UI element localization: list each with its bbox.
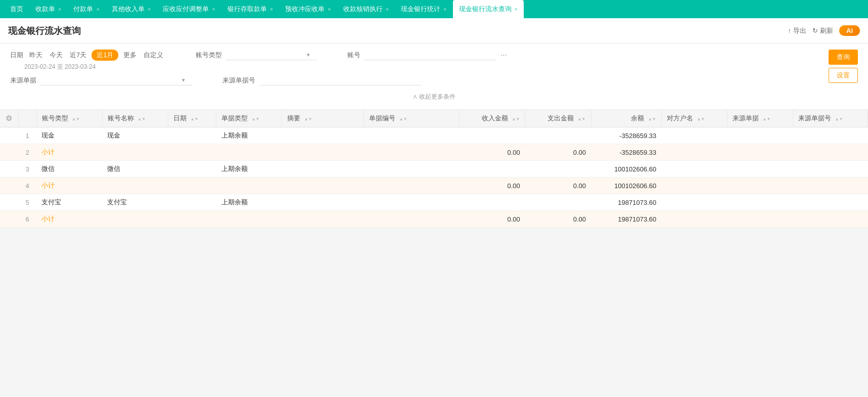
col-account-name[interactable]: 账号名称 ▲▼ <box>102 110 168 127</box>
date-btn-1month[interactable]: 近1月 <box>92 50 118 61</box>
account-filter: 账号 ··· <box>347 50 507 60</box>
row-doc-type: 上期余额 <box>216 161 282 178</box>
nav-prepay-close[interactable]: × <box>328 6 331 12</box>
nav-item-home[interactable]: 首页 <box>4 0 29 18</box>
table-row[interactable]: 6小计0.000.0019871073.60 <box>0 211 868 228</box>
row-balance: 19871073.60 <box>591 211 661 228</box>
nav-item-other-income[interactable]: 其他收入单 × <box>106 0 157 18</box>
row-doc-type <box>216 144 282 161</box>
row-income <box>460 194 525 211</box>
row-seq: 4 <box>18 178 36 194</box>
row-seq: 5 <box>18 194 36 211</box>
sort-balance-icon: ▲▼ <box>648 117 656 121</box>
table-row[interactable]: 3微信微信上期余额100102606.60 <box>0 161 868 178</box>
gear-icon[interactable]: ⚙ <box>6 114 12 122</box>
nav-other-income-label: 其他收入单 <box>112 5 145 14</box>
ai-label: Ai <box>846 27 853 34</box>
row-date <box>168 161 216 178</box>
row-counterpart <box>661 144 727 161</box>
row-counterpart <box>661 127 727 144</box>
nav-item-stats[interactable]: 现金银行统计 × <box>395 0 452 18</box>
export-button[interactable]: ↑ 导出 <box>788 26 807 35</box>
nav-item-bank-deposit[interactable]: 银行存取款单 × <box>221 0 279 18</box>
row-checkbox <box>0 161 18 178</box>
row-account-name <box>102 211 168 228</box>
nav-payment-close[interactable]: × <box>96 6 99 12</box>
row-summary <box>282 161 364 178</box>
col-counterpart[interactable]: 对方户名 ▲▼ <box>661 110 727 127</box>
col-doc-no[interactable]: 单据编号 ▲▼ <box>364 110 460 127</box>
nav-item-payment[interactable]: 付款单 × <box>67 0 105 18</box>
row-account-name <box>102 178 168 194</box>
col-source-doc[interactable]: 来源单据 ▲▼ <box>727 110 793 127</box>
row-date <box>168 194 216 211</box>
date-btn-yesterday[interactable]: 昨天 <box>27 50 44 61</box>
row-doc-no <box>364 144 460 161</box>
source-doc-no-label: 来源单据号 <box>222 76 255 85</box>
col-source-doc-no-label: 来源单据号 <box>798 114 831 122</box>
col-expense[interactable]: 支出金额 ▲▼ <box>525 110 591 127</box>
settings-button[interactable]: 设置 <box>829 68 858 83</box>
sort-source-doc-no-icon: ▲▼ <box>835 117 843 121</box>
ai-badge[interactable]: Ai <box>839 25 860 36</box>
sort-date-icon: ▲▼ <box>191 117 199 121</box>
collapse-bar[interactable]: ∧ 收起更多条件 <box>10 91 858 103</box>
table-row[interactable]: 1现金现金上期余额-3528659.33 <box>0 127 868 144</box>
table-header: ⚙ 账号类型 ▲▼ 账号名称 ▲▼ 日期 ▲▼ 单据类型 ▲▼ <box>0 110 868 127</box>
row-seq: 1 <box>18 127 36 144</box>
col-balance[interactable]: 余额 ▲▼ <box>591 110 661 127</box>
row-source-doc <box>727 178 793 194</box>
nav-item-verify[interactable]: 收款核销执行 × <box>337 0 395 18</box>
nav-item-receipt[interactable]: 收款单 × <box>29 0 67 18</box>
account-type-select[interactable]: 现金 微信 支付宝 <box>226 50 307 60</box>
top-nav: 首页 收款单 × 付款单 × 其他收入单 × 应收应付调整单 × 银行存取款单 … <box>0 0 868 18</box>
col-account-type[interactable]: 账号类型 ▲▼ <box>36 110 102 127</box>
nav-flow-query-close[interactable]: × <box>515 6 518 12</box>
collapse-up-icon: ∧ <box>413 93 418 100</box>
query-button[interactable]: 查询 <box>829 50 858 65</box>
nav-stats-close[interactable]: × <box>443 6 446 12</box>
sort-summary-icon: ▲▼ <box>304 117 312 121</box>
refresh-label: 刷新 <box>820 26 833 35</box>
nav-bank-deposit-close[interactable]: × <box>270 6 273 12</box>
nav-other-income-close[interactable]: × <box>148 6 151 12</box>
row-account-type: 小计 <box>36 178 102 194</box>
export-icon: ↑ <box>788 27 792 34</box>
date-btn-today[interactable]: 今天 <box>48 50 65 61</box>
row-doc-type: 上期余额 <box>216 194 282 211</box>
row-source-doc <box>727 211 793 228</box>
row-income <box>460 161 525 178</box>
date-btn-more[interactable]: 更多 <box>121 50 139 61</box>
date-btn-custom[interactable]: 自定义 <box>142 50 165 61</box>
table-row[interactable]: 2小计0.000.00-3528659.33 <box>0 144 868 161</box>
col-summary[interactable]: 摘要 ▲▼ <box>282 110 364 127</box>
source-doc-select[interactable] <box>40 75 182 85</box>
table-row[interactable]: 5支付宝支付宝上期余额19871073.60 <box>0 194 868 211</box>
nav-adjustment-close[interactable]: × <box>212 6 215 12</box>
nav-item-adjustment[interactable]: 应收应付调整单 × <box>157 0 221 18</box>
date-btn-7days[interactable]: 近7天 <box>68 50 88 61</box>
row-income: 0.00 <box>460 144 525 161</box>
account-more-icon[interactable]: ··· <box>500 51 507 60</box>
date-filter: 日期 昨天 今天 近7天 近1月 更多 自定义 <box>10 50 165 61</box>
nav-receipt-close[interactable]: × <box>58 6 61 12</box>
account-type-chevron-icon: ▾ <box>307 52 310 58</box>
row-doc-no <box>364 161 460 178</box>
sort-source-doc-icon: ▲▼ <box>763 117 771 121</box>
row-balance: 100102606.60 <box>591 178 661 194</box>
account-label: 账号 <box>347 51 360 60</box>
col-income[interactable]: 收入金额 ▲▼ <box>460 110 525 127</box>
nav-item-flow-query[interactable]: 现金银行流水查询 × <box>453 0 524 18</box>
col-date[interactable]: 日期 ▲▼ <box>168 110 216 127</box>
account-input[interactable] <box>364 50 496 60</box>
nav-item-prepay[interactable]: 预收冲应收单 × <box>279 0 337 18</box>
row-summary <box>282 144 364 161</box>
table-row[interactable]: 4小计0.000.00100102606.60 <box>0 178 868 194</box>
row-balance: -3528659.33 <box>591 127 661 144</box>
col-source-doc-no[interactable]: 来源单据号 ▲▼ <box>793 110 868 127</box>
row-expense <box>525 194 591 211</box>
refresh-button[interactable]: ↻ 刷新 <box>812 26 833 35</box>
source-doc-no-input[interactable] <box>259 75 421 85</box>
col-doc-type[interactable]: 单据类型 ▲▼ <box>216 110 282 127</box>
nav-verify-close[interactable]: × <box>386 6 389 12</box>
